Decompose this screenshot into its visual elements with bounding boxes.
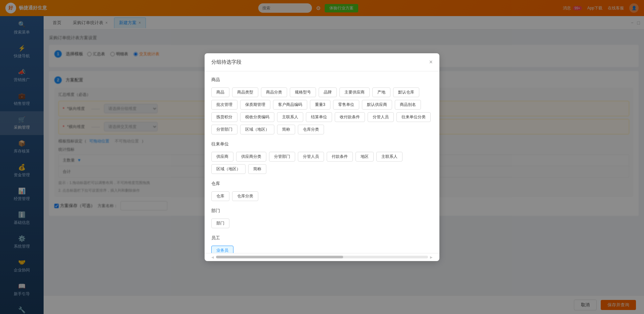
- field-select-modal: 分组待选字段 × 商品 商品 商品类型 商品分类 规格型号 品牌 主要供应商 产…: [205, 53, 439, 261]
- section-contacts-title: 往来单位: [211, 141, 433, 148]
- field-tag[interactable]: 重量3: [310, 100, 330, 110]
- section-goods-title: 商品: [211, 77, 433, 84]
- field-tag[interactable]: 品牌: [319, 87, 337, 97]
- field-tag[interactable]: 仓库: [211, 191, 229, 201]
- field-tag[interactable]: 供应商分类: [236, 152, 266, 162]
- field-tag[interactable]: 默认仓库: [393, 87, 419, 97]
- field-tag[interactable]: 默认供应商: [362, 100, 392, 110]
- field-tag-employee[interactable]: 业务员: [211, 246, 233, 253]
- field-tag[interactable]: 区域（地区）: [240, 125, 274, 134]
- section-dept-title: 部门: [211, 208, 433, 215]
- horizontal-scrollbar[interactable]: [216, 256, 428, 258]
- field-tag[interactable]: 零售单位: [333, 100, 359, 110]
- field-tag[interactable]: 商品: [211, 87, 229, 97]
- field-tag[interactable]: 分管人员: [298, 152, 324, 162]
- field-tag[interactable]: 主要供应商: [339, 87, 370, 97]
- field-tag[interactable]: 商品类型: [232, 87, 258, 97]
- section-contacts: 往来单位 供应商 供应商分类 分管部门 分管人员 付款条件 地区 主联系人 区域…: [211, 141, 433, 174]
- field-tag[interactable]: 供应商: [211, 152, 233, 162]
- field-tag[interactable]: 区域（地区）: [211, 164, 246, 174]
- section-dept: 部门 部门: [211, 208, 433, 228]
- field-tag[interactable]: 保质期管理: [240, 100, 270, 110]
- section-warehouse-title: 仓库: [211, 181, 433, 188]
- modal-scrollbar-area: ◀ ▶: [205, 253, 439, 261]
- section-employee-title: 员工: [211, 235, 433, 242]
- field-tag[interactable]: 产地: [372, 87, 390, 97]
- employee-field-grid: 业务员: [211, 246, 433, 253]
- dept-field-grid: 部门: [211, 218, 433, 228]
- field-tag[interactable]: 规格型号: [290, 87, 316, 97]
- warehouse-field-grid: 仓库 仓库分类: [211, 191, 433, 201]
- field-tag[interactable]: 结算单位: [306, 112, 332, 122]
- field-tag[interactable]: 客户商品编码: [273, 100, 307, 110]
- modal-title: 分组待选字段: [211, 59, 241, 65]
- modal-body: 商品 商品 商品类型 商品分类 规格型号 品牌 主要供应商 产地 默认仓库 批次…: [205, 71, 439, 253]
- field-tag[interactable]: 分管部门: [269, 152, 295, 162]
- field-tag[interactable]: 收付款条件: [335, 112, 365, 122]
- contacts-field-grid: 供应商 供应商分类 分管部门 分管人员 付款条件 地区 主联系人 区域（地区） …: [211, 152, 433, 174]
- field-tag[interactable]: 仓库分类: [298, 125, 324, 134]
- h-scroll-thumb: [216, 256, 343, 258]
- field-tag[interactable]: 商品分类: [261, 87, 287, 97]
- field-tag[interactable]: 地区: [356, 152, 374, 162]
- field-tag[interactable]: 主联系人: [277, 112, 303, 122]
- goods-field-grid: 商品 商品类型 商品分类 规格型号 品牌 主要供应商 产地 默认仓库 批次管理 …: [211, 87, 433, 134]
- field-tag[interactable]: 部门: [211, 218, 229, 228]
- field-tag[interactable]: 拣货积分: [211, 112, 237, 122]
- field-tag[interactable]: 仓库分类: [232, 191, 258, 201]
- field-tag[interactable]: 简称: [277, 125, 295, 134]
- field-tag[interactable]: 商品别名: [395, 100, 421, 110]
- field-tag[interactable]: 往来单位分类: [396, 112, 431, 122]
- field-tag[interactable]: 分管人员: [368, 112, 394, 122]
- section-employee: 员工 业务员: [211, 235, 433, 253]
- field-tag[interactable]: 简称: [248, 164, 266, 174]
- modal-close-button[interactable]: ×: [429, 59, 433, 66]
- field-tag[interactable]: 付款条件: [327, 152, 353, 162]
- field-tag[interactable]: 批次管理: [211, 100, 237, 110]
- field-tag[interactable]: 税收分类编码: [240, 112, 274, 122]
- modal-header: 分组待选字段 ×: [205, 53, 439, 71]
- field-tag[interactable]: 分管部门: [211, 125, 237, 134]
- section-goods: 商品 商品 商品类型 商品分类 规格型号 品牌 主要供应商 产地 默认仓库 批次…: [211, 77, 433, 134]
- modal-overlay[interactable]: 分组待选字段 × 商品 商品 商品类型 商品分类 规格型号 品牌 主要供应商 产…: [0, 0, 644, 314]
- field-tag[interactable]: 主联系人: [376, 152, 402, 162]
- section-warehouse: 仓库 仓库 仓库分类: [211, 181, 433, 201]
